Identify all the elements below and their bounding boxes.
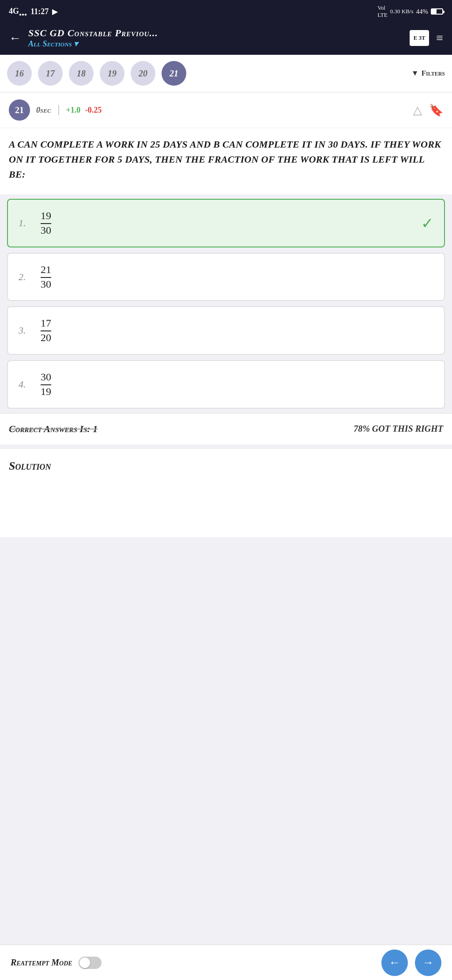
status-bar: 4G●●● 11:27 ▶ VolLTE 0.30 KB/s 44% <box>0 0 452 23</box>
status-left: 4G●●● 11:27 ▶ <box>9 7 57 17</box>
filter-icon: ▼ <box>411 69 419 78</box>
option-1-num: 1. <box>19 217 32 229</box>
filter-label: Filters <box>422 69 445 78</box>
option-1-numerator: 19 <box>41 209 51 224</box>
meta-divider <box>58 105 59 115</box>
warning-icon[interactable]: △ <box>413 103 422 117</box>
status-right: VolLTE 0.30 KB/s 44% <box>377 4 443 19</box>
option-2-numerator: 21 <box>41 263 51 278</box>
back-button[interactable]: ← <box>9 31 21 45</box>
option-3[interactable]: 3. 17 20 <box>7 306 445 355</box>
option-4-denominator: 19 <box>41 385 51 398</box>
option-4-num: 4. <box>19 379 32 390</box>
ebook-label: E 3T <box>414 34 426 42</box>
tab-19[interactable]: 19 <box>100 61 124 86</box>
option-3-denominator: 20 <box>41 331 51 344</box>
question-header: 21 0sec +1.0 -0.25 △ 🔖 <box>0 92 452 128</box>
reattempt-mode-control: Reattempt Mode <box>11 957 102 969</box>
bookmark-icon[interactable]: 🔖 <box>429 103 443 117</box>
time-display: 11:27 <box>30 7 49 16</box>
header-right: E 3T ≡ <box>410 30 443 46</box>
reattempt-label: Reattempt Mode <box>11 957 72 968</box>
menu-button[interactable]: ≡ <box>436 31 443 45</box>
correct-answer-label: Correct Answers Is: 1 <box>9 423 98 435</box>
battery-percent: 44% <box>416 8 429 15</box>
option-4[interactable]: 4. 30 19 <box>7 360 445 409</box>
option-2-text: 21 30 <box>41 263 51 291</box>
vol-lte-label: VolLTE <box>377 4 388 19</box>
options-section: 1. 19 30 ✓ 2. 21 30 3. 17 20 4. 30 19 <box>0 194 452 413</box>
tab-20[interactable]: 20 <box>131 61 155 86</box>
negative-score: -0.25 <box>85 106 102 114</box>
record-icon: ▶ <box>52 8 57 16</box>
header: ← SSC GD Constable Previou... All Sectio… <box>0 23 452 55</box>
tab-17[interactable]: 17 <box>38 61 63 86</box>
question-time: 0sec <box>36 106 51 115</box>
option-2-denominator: 30 <box>41 278 51 291</box>
option-3-num: 3. <box>19 325 32 336</box>
header-center: SSC GD Constable Previou... All Sections… <box>28 27 403 49</box>
question-section: 21 0sec +1.0 -0.25 △ 🔖 A can complete a … <box>0 92 452 194</box>
next-button[interactable]: → <box>415 950 441 976</box>
navigation-buttons: ← → <box>381 950 441 976</box>
section-selector[interactable]: All Sections ▾ <box>28 39 403 49</box>
correct-check-icon: ✓ <box>421 214 433 232</box>
option-4-numerator: 30 <box>41 371 51 385</box>
battery-icon <box>431 8 443 15</box>
app-title: SSC GD Constable Previou... <box>28 27 403 39</box>
data-rate: 0.30 KB/s <box>390 8 414 15</box>
option-3-text: 17 20 <box>41 317 51 344</box>
bottom-bar: Reattempt Mode ← → <box>0 945 452 980</box>
prev-button[interactable]: ← <box>381 950 408 976</box>
option-1-text: 19 30 <box>41 209 51 237</box>
tab-16[interactable]: 16 <box>7 61 32 86</box>
reattempt-toggle[interactable] <box>79 957 102 969</box>
chevron-down-icon: ▾ <box>74 39 78 49</box>
question-text: A can complete a work in 25 days and B c… <box>0 128 452 194</box>
question-score: +1.0 -0.25 <box>66 106 102 115</box>
question-meta: 0sec +1.0 -0.25 <box>36 105 102 115</box>
section-label: All Sections <box>28 39 72 49</box>
correct-percent: 78% got this right <box>354 424 443 434</box>
option-1[interactable]: 1. 19 30 ✓ <box>7 199 445 247</box>
filter-button[interactable]: ▼ Filters <box>411 69 445 78</box>
option-1-denominator: 30 <box>41 224 51 237</box>
tab-18[interactable]: 18 <box>69 61 94 86</box>
positive-score: +1.0 <box>66 106 81 114</box>
option-2-num: 2. <box>19 271 32 283</box>
solution-title: Solution <box>9 460 443 473</box>
ebook-button[interactable]: E 3T <box>410 30 429 46</box>
spacer <box>0 537 452 581</box>
signal-indicator: 4G●●● <box>9 7 27 17</box>
option-2[interactable]: 2. 21 30 <box>7 253 445 301</box>
option-4-text: 30 19 <box>41 371 51 398</box>
option-3-numerator: 17 <box>41 317 51 331</box>
tab-strip: 16 17 18 19 20 21 ▼ Filters <box>0 55 452 92</box>
question-number-badge: 21 <box>9 99 30 121</box>
solution-section: Solution <box>0 449 452 537</box>
tab-21[interactable]: 21 <box>162 61 186 86</box>
question-icons: △ 🔖 <box>413 103 443 117</box>
toggle-knob <box>79 957 90 968</box>
correct-answers-bar: Correct Answers Is: 1 78% got this right <box>0 413 452 444</box>
